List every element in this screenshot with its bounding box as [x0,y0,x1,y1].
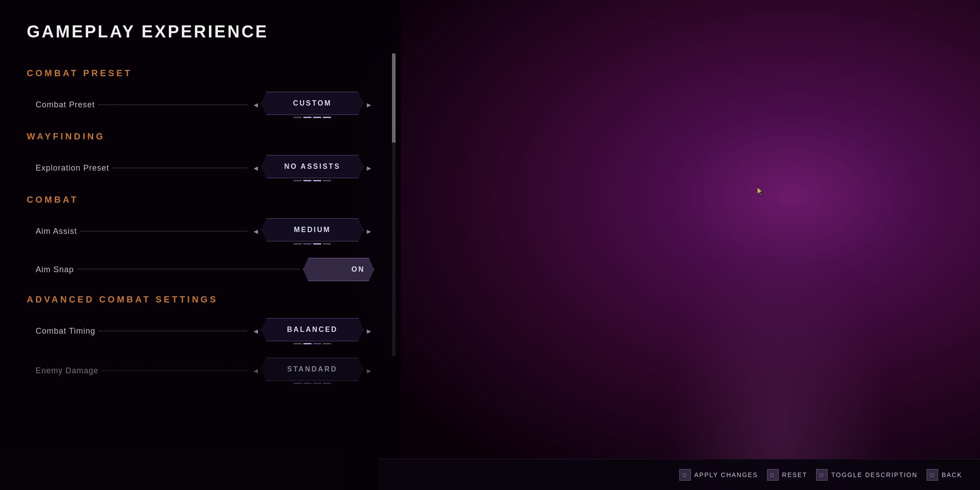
ctdash-1 [294,343,302,344]
eddash-1 [294,383,302,384]
toggle-aim-snap[interactable]: ON [303,258,374,281]
edash-1 [294,180,302,181]
dash-2 [303,117,311,118]
arrow-right-aim-assist[interactable]: ► [363,228,374,236]
aadash-1 [294,243,302,245]
ctdash-4 [323,343,331,344]
setting-row-aim-assist: Aim Assist ◄ MEDIUM ► [27,218,374,245]
selector-shape-aim-assist: MEDIUM [261,218,363,241]
label-combat-timing: Combat Timing [36,327,95,336]
scrollbar-thumb[interactable] [392,53,396,143]
section-combat: COMBAT Aim Assist ◄ MEDIUM ► [27,195,374,281]
edash-4 [323,180,331,181]
aadash-2 [303,243,311,245]
label-combat-preset: Combat Preset [36,100,95,110]
dashes-enemy-damage [294,383,331,384]
label-exploration-preset: Exploration Preset [36,163,109,173]
reset-button[interactable]: □ RESET [767,469,808,481]
dash-1 [294,117,302,118]
setting-row-aim-snap: Aim Snap ON [27,258,374,281]
selector-wrapper-exploration: NO ASSISTS [261,155,363,181]
dots-aim-snap [78,269,299,270]
eddash-3 [313,383,321,384]
selector-enemy-damage[interactable]: ◄ STANDARD ► [250,358,374,384]
arrow-right-enemy-damage[interactable]: ► [363,367,374,375]
value-combat-timing: BALANCED [287,326,338,334]
setting-row-exploration-preset: Exploration Preset ◄ NO ASSISTS ► [27,155,374,181]
label-enemy-damage: Enemy Damage [36,366,98,376]
dashes-exploration [294,180,331,181]
dots-combat-timing [99,331,247,331]
eddash-2 [303,383,311,384]
arrow-right-exploration[interactable]: ► [363,164,374,172]
arrow-left-enemy-damage[interactable]: ◄ [250,367,261,375]
section-header-wayfinding: WAYFINDING [27,131,374,142]
setting-row-combat-timing: Combat Timing ◄ BALANCED ► [27,318,374,344]
selector-combat-timing[interactable]: ◄ BALANCED ► [250,318,374,344]
selector-shape-combat-timing: BALANCED [261,318,363,341]
selector-shape-exploration: NO ASSISTS [261,155,363,178]
value-combat-preset: CUSTOM [293,99,332,107]
selector-wrapper-combat-preset: CUSTOM [261,92,363,118]
toggle-description-button[interactable]: □ TOGGLE DESCRIPTION [816,469,918,481]
reset-icon: □ [767,469,779,481]
setting-row-enemy-damage: Enemy Damage ◄ STANDARD ► [27,358,374,384]
aadash-3 [313,243,321,245]
selector-exploration-preset[interactable]: ◄ NO ASSISTS ► [250,155,374,181]
section-combat-preset: COMBAT PRESET Combat Preset ◄ CUSTOM [27,68,374,118]
arrow-left-combat-preset[interactable]: ◄ [250,101,261,109]
arrow-left-aim-assist[interactable]: ◄ [250,228,261,236]
dashes-combat-preset [294,117,331,118]
aadash-4 [323,243,331,245]
back-icon: □ [927,469,938,481]
dash-3 [313,117,321,118]
dots-aim-assist [81,231,247,232]
section-wayfinding: WAYFINDING Exploration Preset ◄ NO ASSIS… [27,131,374,181]
edash-2 [303,180,311,181]
apply-icon: □ [679,469,691,481]
toggle-desc-icon: □ [816,469,828,481]
reset-label: RESET [782,471,808,478]
section-header-combat: COMBAT [27,195,374,205]
back-button[interactable]: □ BACK [927,469,962,481]
page-title: GAMEPLAY EXPERIENCE [27,22,374,41]
value-exploration: NO ASSISTS [284,163,340,171]
value-aim-snap: ON [351,265,365,274]
selector-shape-combat-preset: CUSTOM [261,92,363,115]
ctdash-2 [303,343,311,344]
value-enemy-damage: STANDARD [287,365,338,373]
main-panel: GAMEPLAY EXPERIENCE COMBAT PRESET Combat… [0,0,401,490]
scrollbar-track[interactable] [392,53,396,356]
section-header-advanced-combat: ADVANCED COMBAT SETTINGS [27,294,374,305]
label-aim-assist: Aim Assist [36,227,77,236]
arrow-right-combat-timing[interactable]: ► [363,327,374,335]
apply-label: APPLY CHANGES [694,471,758,478]
eddash-4 [323,383,331,384]
apply-changes-button[interactable]: □ APPLY CHANGES [679,469,758,481]
dots-exploration-preset [113,167,247,168]
section-header-combat-preset: COMBAT PRESET [27,68,374,78]
toggle-on-aim-snap[interactable]: ON [303,258,374,281]
dashes-aim-assist [294,243,331,245]
section-advanced-combat: ADVANCED COMBAT SETTINGS Combat Timing ◄… [27,294,374,384]
arrow-right-combat-preset[interactable]: ► [363,101,374,109]
dash-4 [323,117,331,118]
back-label: BACK [942,471,962,478]
label-aim-snap: Aim Snap [36,265,74,274]
selector-wrapper-combat-timing: BALANCED [261,318,363,344]
value-aim-assist: MEDIUM [294,226,331,234]
selector-combat-preset[interactable]: ◄ CUSTOM ► [250,92,374,118]
background-figure [668,223,891,490]
dots-combat-preset [98,104,247,105]
selector-shape-enemy-damage: STANDARD [261,358,363,381]
selector-wrapper-aim-assist: MEDIUM [261,218,363,245]
selector-aim-assist[interactable]: ◄ MEDIUM ► [250,218,374,245]
dots-enemy-damage [102,370,247,371]
edash-3 [313,180,321,181]
ctdash-3 [313,343,321,344]
dashes-combat-timing [294,343,331,344]
toggle-desc-label: TOGGLE DESCRIPTION [831,471,918,478]
arrow-left-combat-timing[interactable]: ◄ [250,327,261,335]
setting-row-combat-preset: Combat Preset ◄ CUSTOM ► [27,92,374,118]
arrow-left-exploration[interactable]: ◄ [250,164,261,172]
